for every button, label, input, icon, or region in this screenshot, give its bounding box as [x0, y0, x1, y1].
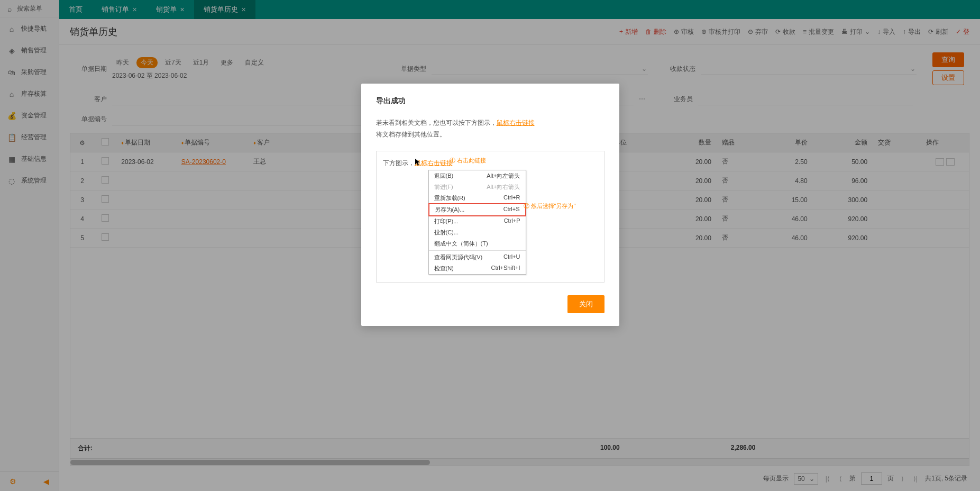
- ctx-item: 翻成中文（简体）(T): [429, 238, 526, 249]
- annotation-2: ② 然后选择"另存为": [524, 202, 576, 210]
- ctx-item: 重新加载(R)Ctrl+R: [429, 193, 526, 204]
- ctx-item: 前进(F)Alt+向右箭头: [429, 181, 526, 193]
- close-button[interactable]: 关闭: [567, 295, 605, 313]
- context-menu: 返回(B)Alt+向左箭头前进(F)Alt+向右箭头重新加载(R)Ctrl+R另…: [428, 170, 526, 275]
- ctx-item: 检查(N)Ctrl+Shift+I: [429, 263, 526, 274]
- instruction-image: ① 右击此链接 下方图示，鼠标右击链接 返回(B)Alt+向左箭头前进(F)Al…: [376, 151, 605, 283]
- ctx-item: 投射(C)...: [429, 227, 526, 238]
- cursor-icon: [415, 159, 420, 166]
- modal-title: 导出成功: [376, 96, 605, 106]
- annotation-1: ① 右击此链接: [450, 157, 486, 165]
- ctx-item: 打印(P)...Ctrl+P: [429, 216, 526, 227]
- modal-text: 若未看到相关文档，您也可以按下方图示，鼠标右击链接 将文档存储到其他位置。: [376, 117, 605, 140]
- ctx-item: 查看网页源代码(V)Ctrl+U: [429, 252, 526, 263]
- ctx-item: 返回(B)Alt+向左箭头: [429, 170, 526, 181]
- modal-overlay[interactable]: 导出成功 若未看到相关文档，您也可以按下方图示，鼠标右击链接 将文档存储到其他位…: [0, 0, 980, 491]
- right-click-link[interactable]: 鼠标右击链接: [497, 119, 535, 126]
- export-success-modal: 导出成功 若未看到相关文档，您也可以按下方图示，鼠标右击链接 将文档存储到其他位…: [361, 84, 619, 326]
- ctx-item: 另存为(A)...Ctrl+S: [428, 203, 526, 216]
